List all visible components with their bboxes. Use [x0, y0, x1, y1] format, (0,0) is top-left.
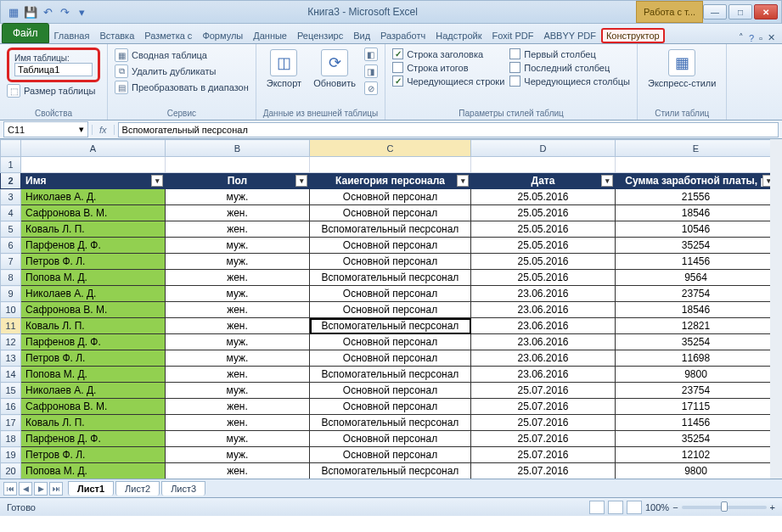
cell-category[interactable]: Основной персонал: [310, 286, 471, 302]
unlink-icon[interactable]: ⊘: [364, 81, 378, 95]
cell-name[interactable]: Коваль Л. П.: [21, 415, 166, 431]
cell-category[interactable]: Основной персонал: [310, 205, 471, 221]
col-header-C[interactable]: C: [310, 140, 471, 157]
cell-sex[interactable]: муж.: [166, 431, 310, 447]
quick-styles-button[interactable]: ▦Экспресс-стили: [644, 48, 719, 90]
cell-date[interactable]: 25.07.2016: [471, 415, 616, 431]
cell-category[interactable]: Основной персонал: [310, 302, 471, 318]
file-tab[interactable]: Файл: [2, 23, 49, 43]
maximize-button[interactable]: □: [729, 4, 752, 20]
cell-name[interactable]: Петров Ф. Л.: [21, 350, 166, 367]
cell-sum[interactable]: 35254: [616, 238, 777, 254]
row-header-19[interactable]: 19: [1, 447, 21, 463]
redo-icon[interactable]: ↷: [57, 4, 72, 20]
cell-sex[interactable]: муж.: [166, 350, 310, 367]
minimize-button[interactable]: —: [703, 4, 727, 20]
row-header-7[interactable]: 7: [1, 254, 21, 270]
cell-name[interactable]: Николаев А. Д.: [21, 189, 166, 205]
cell-sum[interactable]: 23754: [616, 383, 777, 399]
row-header-2[interactable]: 2: [1, 173, 21, 189]
cell-sum[interactable]: 18546: [616, 205, 777, 221]
cell-category[interactable]: Основной персонал: [310, 383, 471, 399]
cell-category[interactable]: Основной персонал: [310, 399, 471, 415]
cell-sum[interactable]: 35254: [616, 334, 777, 350]
spreadsheet-grid[interactable]: ABCDE 12Имя▾Пол▾Каиегория персонала▾Дата…: [0, 139, 782, 479]
cell-category[interactable]: Основной персонал: [310, 350, 471, 367]
cell-sum[interactable]: 11698: [616, 350, 777, 367]
tab-Данные[interactable]: Данные: [248, 28, 292, 43]
cell-category[interactable]: Вспомогательный песрсонал: [310, 415, 471, 431]
tab-Надстройк[interactable]: Надстройк: [430, 28, 487, 43]
tab-designer[interactable]: Конструктор: [601, 28, 665, 43]
zoom-slider[interactable]: [682, 506, 767, 509]
help-icon[interactable]: ?: [749, 33, 754, 43]
sheet-tab-Лист1[interactable]: Лист1: [68, 481, 114, 496]
filter-button-3[interactable]: ▾: [601, 175, 613, 187]
cell-sex[interactable]: жен.: [166, 367, 310, 383]
cell-date[interactable]: 25.05.2016: [471, 221, 616, 238]
row-header-1[interactable]: 1: [1, 157, 21, 173]
cell-sex[interactable]: жен.: [166, 270, 310, 286]
row-header-15[interactable]: 15: [1, 383, 21, 399]
tab-Foxit PDF[interactable]: Foxit PDF: [487, 28, 538, 43]
cell-name[interactable]: Петров Ф. Л.: [21, 254, 166, 270]
cell-name[interactable]: Попова М. Д.: [21, 270, 166, 286]
sheet-nav-first[interactable]: ⏮: [3, 482, 17, 496]
convert-range-button[interactable]: ▤Преобразовать в диапазон: [115, 80, 249, 95]
cell-date[interactable]: 23.06.2016: [471, 334, 616, 350]
cell-sex[interactable]: жен.: [166, 399, 310, 415]
col-header-B[interactable]: B: [166, 140, 310, 157]
cell-date[interactable]: 25.05.2016: [471, 189, 616, 205]
fx-icon[interactable]: fx: [92, 125, 115, 135]
cell-category[interactable]: Основной персонал: [310, 254, 471, 270]
cell-sum[interactable]: 10546: [616, 221, 777, 238]
cell-category[interactable]: Вспомогательный песрсонал: [310, 221, 471, 238]
col-header-E[interactable]: E: [616, 140, 777, 157]
cell-date[interactable]: 25.05.2016: [471, 254, 616, 270]
save-icon[interactable]: 💾: [23, 4, 38, 20]
cell-date[interactable]: 25.07.2016: [471, 431, 616, 447]
cell-sex[interactable]: муж.: [166, 254, 310, 270]
tab-ABBYY PDF[interactable]: ABBYY PDF: [538, 28, 601, 43]
tab-Формулы[interactable]: Формулы: [197, 28, 248, 43]
row-header-16[interactable]: 16: [1, 399, 21, 415]
cell-sex[interactable]: муж.: [166, 334, 310, 350]
cell-name[interactable]: Николаев А. Д.: [21, 383, 166, 399]
cell-sex[interactable]: муж.: [166, 447, 310, 463]
cell-sex[interactable]: жен.: [166, 221, 310, 238]
col-header-A[interactable]: A: [21, 140, 166, 157]
undo-icon[interactable]: ↶: [40, 4, 55, 20]
filter-button-0[interactable]: ▾: [151, 175, 163, 187]
workbook-close-icon[interactable]: ✕: [768, 32, 775, 43]
zoom-out-button[interactable]: −: [672, 502, 678, 512]
filter-button-1[interactable]: ▾: [295, 175, 307, 187]
cell-category[interactable]: Вспомогательный песрсонал: [310, 318, 471, 334]
cell-sum[interactable]: 17115: [616, 399, 777, 415]
total-row-checkbox[interactable]: Строка итогов: [392, 61, 504, 74]
first-col-checkbox[interactable]: Первый столбец: [509, 48, 630, 60]
zoom-in-button[interactable]: +: [770, 502, 775, 512]
row-header-18[interactable]: 18: [1, 431, 21, 447]
row-header-4[interactable]: 4: [1, 205, 21, 221]
last-col-checkbox[interactable]: Последний столбец: [509, 61, 630, 74]
row-header-8[interactable]: 8: [1, 270, 21, 286]
tab-Главная[interactable]: Главная: [49, 28, 95, 43]
cell-sum[interactable]: 9800: [616, 463, 777, 479]
cell-sex[interactable]: муж.: [166, 286, 310, 302]
banded-cols-checkbox[interactable]: Чередующиеся столбцы: [509, 75, 630, 87]
qat-dropdown-icon[interactable]: ▾: [74, 4, 89, 20]
row-header-5[interactable]: 5: [1, 221, 21, 238]
cell-sum[interactable]: 11456: [616, 254, 777, 270]
cell-sum[interactable]: 9800: [616, 367, 777, 383]
cell-date[interactable]: 23.06.2016: [471, 302, 616, 318]
cell-name[interactable]: Сафронова В. М.: [21, 399, 166, 415]
cell-sum[interactable]: 35254: [616, 431, 777, 447]
table-name-input[interactable]: [14, 63, 93, 76]
cell-date[interactable]: 23.06.2016: [471, 367, 616, 383]
cell-name[interactable]: Парфенов Д. Ф.: [21, 334, 166, 350]
view-pagebreak-button[interactable]: [627, 501, 642, 514]
select-all-cell[interactable]: [1, 140, 21, 157]
cell-date[interactable]: 23.06.2016: [471, 318, 616, 334]
row-header-14[interactable]: 14: [1, 367, 21, 383]
tab-Разметка с[interactable]: Разметка с: [139, 28, 197, 43]
